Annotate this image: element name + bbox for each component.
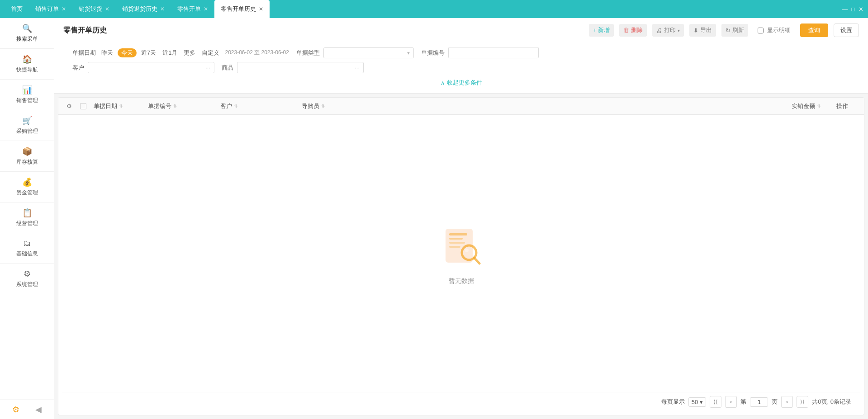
customer-filter-group: 客户 ···: [72, 62, 214, 73]
tab-retail-open-history[interactable]: 零售开单历史 ✕: [214, 0, 270, 18]
order-num-text-input[interactable]: [452, 49, 535, 56]
display-detail-input[interactable]: [758, 28, 764, 33]
window-close[interactable]: ✕: [859, 6, 863, 13]
close-tab-retail-open[interactable]: ✕: [204, 6, 208, 12]
sales-mgmt-icon: 📊: [22, 85, 32, 95]
goods-input[interactable]: ···: [237, 62, 364, 73]
filter-row-2: 客户 ··· 商品 ···: [72, 62, 850, 73]
window-minimize[interactable]: —: [842, 6, 848, 13]
collapse-chevron-icon: ∧: [441, 80, 445, 86]
date-option-yesterday[interactable]: 昨天: [100, 48, 115, 58]
sidebar-item-inventory[interactable]: 📦 库存核算: [0, 141, 54, 172]
page-total: 共0页, 0条记录: [812, 398, 851, 406]
col-header-client[interactable]: 客户 ⇅: [217, 102, 298, 110]
sidebar-bottom: ⚙ ◀: [0, 400, 54, 419]
per-page-chevron-icon: ▾: [700, 399, 703, 405]
order-num-filter-group: 单据编号: [421, 47, 539, 58]
svg-point-7: [465, 249, 469, 252]
date-option-last7[interactable]: 近7天: [139, 48, 158, 58]
goods-filter-group: 商品 ···: [222, 62, 364, 73]
filter-row-1: 单据日期 昨天 今天 近7天 近1月 更多 自定义 2023-06-02 至 2…: [72, 47, 850, 58]
date-option-last1month[interactable]: 近1月: [161, 48, 179, 58]
close-tab-sales-order[interactable]: ✕: [62, 6, 66, 12]
per-page-label: 每页显示: [661, 398, 685, 406]
close-tab-sales-return-history[interactable]: ✕: [160, 6, 165, 12]
svg-rect-1: [449, 233, 467, 235]
last-page-button[interactable]: ⟩⟩: [797, 396, 808, 408]
col-header-num[interactable]: 单据编号 ⇅: [144, 102, 217, 110]
refresh-button[interactable]: ↻ 刷新: [721, 24, 748, 37]
window-maximize[interactable]: □: [851, 6, 855, 13]
display-detail-checkbox[interactable]: 显示明细: [754, 24, 795, 37]
tab-home[interactable]: 首页: [5, 0, 29, 18]
table-select-all-checkbox[interactable]: [76, 103, 90, 109]
date-option-today[interactable]: 今天: [118, 48, 137, 57]
sidebar-item-basic-info[interactable]: 🗂 基础信息: [0, 233, 54, 264]
sort-num-icon: ⇅: [173, 104, 177, 108]
sidebar-collapse-icon[interactable]: ◀: [35, 405, 42, 414]
date-option-custom[interactable]: 自定义: [200, 48, 221, 58]
first-page-button[interactable]: ⟨⟨: [710, 396, 721, 408]
goods-text-input[interactable]: [241, 64, 355, 71]
page-title-row: 零售开单历史 + 新增 🗑 删除 🖨 🖨 打印 打印 ▾ ⬇ 导出: [63, 24, 859, 37]
close-tab-sales-return[interactable]: ✕: [105, 6, 109, 12]
page-label-before: 第: [740, 398, 746, 406]
tab-sales-return[interactable]: 销货退货 ✕: [72, 0, 116, 18]
order-num-input[interactable]: [448, 47, 539, 58]
col-header-op: 操作: [824, 102, 860, 110]
sidebar-item-purchase-mgmt[interactable]: 🛒 采购管理: [0, 110, 54, 141]
prev-page-button[interactable]: ＜: [725, 396, 737, 408]
table-area: ⚙ 单据日期 ⇅ 单据编号 ⇅ 客户 ⇅ 导购员 ⇅: [58, 97, 864, 415]
order-type-chevron-icon: ▾: [407, 50, 410, 56]
delete-button[interactable]: 🗑 删除: [619, 24, 647, 37]
customer-input[interactable]: ···: [88, 62, 214, 73]
tab-retail-open[interactable]: 零售开单 ✕: [171, 0, 214, 18]
sidebar-item-finance[interactable]: 💰 资金管理: [0, 172, 54, 202]
quick-nav-icon: 🏠: [22, 54, 32, 64]
add-button[interactable]: + 新增: [589, 24, 614, 37]
date-option-more[interactable]: 更多: [182, 48, 197, 58]
order-type-select[interactable]: ▾: [323, 47, 414, 58]
tab-sales-return-history[interactable]: 销货退货历史 ✕: [116, 0, 171, 18]
sidebar-item-system-mgmt[interactable]: ⚙ 系统管理: [0, 264, 54, 294]
col-header-guide[interactable]: 导购员 ⇅: [298, 102, 343, 110]
main-layout: 🔍 搜索采单 🏠 快捷导航 📊 销售管理 🛒 采购管理 📦 库存核算 💰 资金管…: [0, 18, 868, 419]
customer-text-input[interactable]: [92, 64, 205, 71]
empty-text: 暂无数据: [449, 277, 474, 285]
window-controls: — □ ✕: [842, 6, 863, 13]
export-button[interactable]: ⬇ 导出: [689, 24, 716, 37]
pagination: 每页显示 50 ▾ ⟨⟨ ＜ 第 页 ＞ ⟩⟩ 共0页, 0条记录: [62, 392, 860, 411]
top-nav: 首页 销售订单 ✕ 销货退货 ✕ 销货退货历史 ✕ 零售开单 ✕ 零售开单历史 …: [0, 0, 868, 18]
filter-area: 单据日期 昨天 今天 近7天 近1月 更多 自定义 2023-06-02 至 2…: [63, 42, 859, 93]
order-type-filter-group: 单据类型 ▾: [296, 47, 414, 58]
svg-rect-4: [449, 246, 460, 248]
table-settings-icon[interactable]: ⚙: [62, 103, 76, 109]
print-chevron-icon: ▾: [678, 28, 680, 33]
close-tab-retail-open-history[interactable]: ✕: [259, 6, 263, 12]
table-body: 暂无数据: [58, 115, 864, 392]
sidebar-item-search-purchase[interactable]: 🔍 搜索采单: [0, 18, 54, 49]
query-button[interactable]: 查询: [800, 24, 828, 37]
empty-state: 暂无数据: [436, 222, 486, 285]
page-title: 零售开单历史: [63, 26, 107, 35]
date-range-display: 2023-06-02 至 2023-06-02: [225, 49, 289, 56]
tab-sales-order[interactable]: 销售订单 ✕: [29, 0, 72, 18]
content-area: 零售开单历史 + 新增 🗑 删除 🖨 🖨 打印 打印 ▾ ⬇ 导出: [54, 18, 868, 419]
next-page-button[interactable]: ＞: [781, 396, 793, 408]
sidebar-item-operations[interactable]: 📋 经营管理: [0, 202, 54, 233]
settings-button[interactable]: 设置: [834, 24, 859, 37]
goods-label: 商品: [222, 64, 233, 72]
sidebar-item-sales-mgmt[interactable]: 📊 销售管理: [0, 80, 54, 110]
col-header-amount[interactable]: 实销金额 ⇅: [770, 102, 824, 110]
sidebar-settings-icon[interactable]: ⚙: [12, 405, 19, 414]
search-purchase-icon: 🔍: [22, 24, 32, 33]
per-page-select[interactable]: 50 ▾: [688, 397, 706, 407]
collapse-filter-row[interactable]: ∧ 收起更多条件: [72, 77, 850, 89]
current-page-input[interactable]: [750, 397, 768, 407]
sidebar-item-quick-nav[interactable]: 🏠 快捷导航: [0, 49, 54, 80]
goods-dots-icon: ···: [355, 64, 360, 71]
print-button[interactable]: 🖨 🖨 打印 打印 ▾: [652, 24, 684, 37]
page-header: 零售开单历史 + 新增 🗑 删除 🖨 🖨 打印 打印 ▾ ⬇ 导出: [54, 18, 868, 94]
col-header-date[interactable]: 单据日期 ⇅: [90, 102, 144, 110]
svg-line-6: [474, 258, 479, 264]
